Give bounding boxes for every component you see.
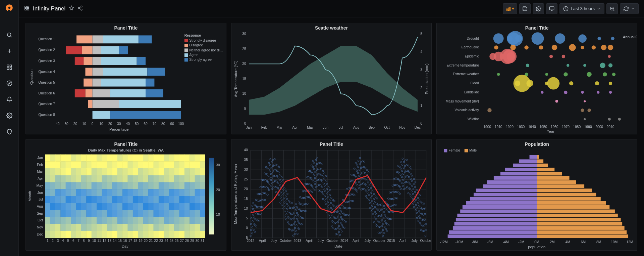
svg-point-964: [321, 191, 323, 193]
svg-rect-537: [190, 217, 195, 224]
gear-icon[interactable]: [3, 109, 16, 122]
svg-rect-603: [200, 231, 205, 238]
svg-point-1038: [339, 228, 341, 230]
svg-text:0: 0: [246, 226, 248, 230]
panel-rolling-mean[interactable]: Panel Title -505101520253035402012AprilJ…: [231, 139, 432, 251]
svg-point-186: [547, 77, 560, 90]
svg-point-1191: [378, 226, 380, 228]
svg-line-31: [613, 10, 614, 11]
svg-point-148: [494, 45, 498, 49]
svg-rect-273: [148, 161, 154, 168]
svg-rect-436: [164, 196, 169, 203]
panel-likert[interactable]: Panel Title Question 1Question 2Question…: [25, 23, 226, 134]
svg-point-1279: [400, 168, 402, 169]
dashboards-icon[interactable]: [3, 60, 16, 74]
svg-rect-26: [550, 7, 554, 10]
svg-rect-541: [45, 224, 50, 231]
svg-rect-407: [179, 189, 184, 196]
svg-point-1308: [407, 165, 409, 166]
svg-rect-1434: [454, 222, 537, 225]
svg-text:4: 4: [62, 239, 64, 243]
svg-rect-597: [169, 231, 174, 238]
svg-rect-289: [66, 168, 71, 175]
svg-point-1147: [367, 187, 369, 188]
search-icon[interactable]: [3, 28, 16, 42]
svg-point-861: [295, 204, 297, 205]
svg-rect-237: [127, 155, 133, 162]
svg-point-938: [314, 171, 316, 173]
settings-button[interactable]: [533, 3, 544, 14]
svg-rect-593: [148, 231, 154, 238]
svg-point-838: [289, 202, 291, 204]
svg-rect-383: [55, 189, 61, 196]
svg-point-745: [266, 180, 268, 182]
alert-bell-icon[interactable]: [3, 93, 16, 106]
svg-point-1273: [398, 173, 400, 174]
panel-disasters[interactable]: Panel Title DroughtEarthquakeEpidemicExt…: [436, 23, 637, 134]
svg-rect-381: [45, 189, 50, 196]
svg-text:-12M: -12M: [440, 240, 448, 244]
svg-point-0: [8, 7, 10, 9]
svg-rect-420: [81, 196, 87, 203]
svg-rect-319: [55, 175, 61, 182]
svg-point-799: [279, 202, 281, 204]
zoom-out-button[interactable]: [606, 3, 618, 14]
share-icon[interactable]: [77, 5, 83, 12]
svg-point-751: [268, 175, 269, 177]
svg-rect-253: [45, 161, 50, 168]
svg-rect-386: [71, 189, 76, 196]
svg-point-1276: [399, 186, 401, 188]
star-icon[interactable]: [69, 5, 74, 12]
plus-icon[interactable]: [3, 44, 16, 58]
svg-point-1333: [414, 201, 415, 203]
shield-icon[interactable]: [3, 125, 16, 138]
monitor-button[interactable]: [546, 3, 557, 14]
panel-population[interactable]: Population FemaleMale-12M-10M-8M-6M-4M-2…: [436, 139, 637, 251]
svg-point-763: [271, 167, 272, 169]
svg-rect-65: [93, 89, 110, 97]
svg-point-935: [314, 189, 315, 191]
svg-rect-496: [143, 210, 149, 217]
svg-text:-10: -10: [81, 122, 86, 126]
svg-rect-322: [71, 175, 76, 182]
svg-rect-394: [112, 189, 117, 196]
svg-rect-392: [102, 189, 107, 196]
panel-seattle-weather[interactable]: Seatle weather 051015202530012345JanFebM…: [231, 23, 432, 134]
svg-point-1302: [406, 165, 408, 166]
svg-point-202: [588, 109, 591, 112]
svg-rect-303: [138, 168, 143, 175]
svg-point-778: [274, 180, 276, 182]
panel-heatmap[interactable]: Panel Title JanFebMarAprMayJunJulAugSepO…: [25, 139, 226, 251]
svg-rect-442: [195, 196, 200, 203]
svg-point-924: [311, 191, 313, 193]
svg-rect-309: [169, 168, 174, 175]
svg-text:14: 14: [113, 239, 117, 243]
svg-point-791: [277, 177, 279, 178]
svg-rect-107: [184, 58, 188, 61]
svg-rect-587: [117, 231, 123, 238]
grafana-logo-icon[interactable]: [4, 3, 15, 13]
svg-point-174: [497, 73, 500, 76]
svg-point-1362: [421, 219, 423, 220]
svg-rect-354: [71, 182, 76, 189]
svg-rect-432: [143, 196, 149, 203]
svg-point-1165: [371, 196, 373, 197]
svg-rect-497: [148, 210, 154, 217]
svg-rect-477: [45, 210, 50, 217]
time-range-picker[interactable]: Last 3 hours: [559, 3, 604, 14]
svg-point-1298: [405, 187, 407, 188]
refresh-button[interactable]: [620, 3, 639, 14]
save-button[interactable]: [519, 3, 531, 14]
add-panel-button[interactable]: +: [503, 3, 518, 14]
svg-text:9: 9: [88, 239, 90, 243]
svg-point-961: [320, 174, 322, 176]
svg-rect-8: [10, 68, 11, 70]
svg-rect-544: [60, 224, 66, 231]
page-title[interactable]: Infinity Panel: [33, 5, 65, 12]
svg-text:Year: Year: [547, 129, 554, 133]
svg-point-1145: [366, 197, 368, 199]
explore-icon[interactable]: [3, 77, 16, 90]
svg-rect-601: [190, 231, 195, 238]
svg-rect-575: [55, 231, 61, 238]
svg-point-851: [292, 229, 294, 231]
